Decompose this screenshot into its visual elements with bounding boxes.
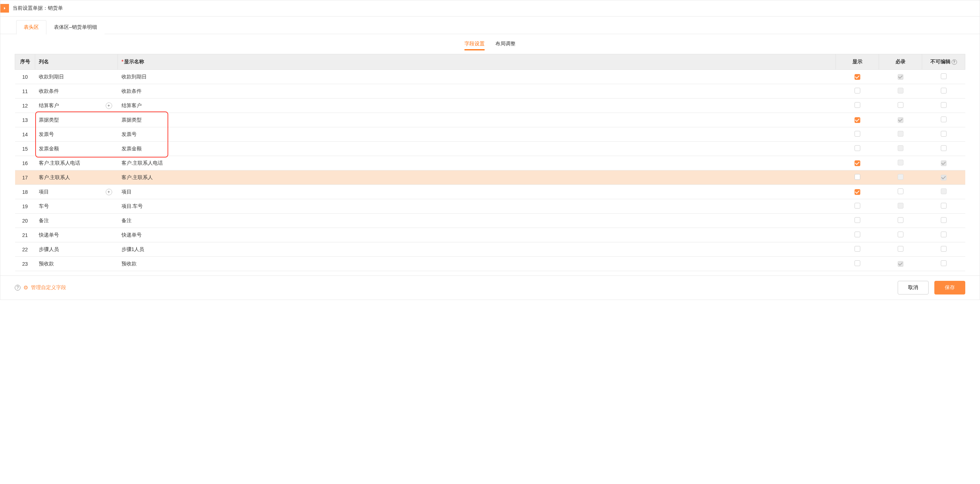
checkbox-locked[interactable]: [941, 73, 947, 79]
checkbox-locked[interactable]: [941, 232, 947, 237]
checkbox-locked: [941, 175, 947, 180]
checkbox-show[interactable]: [854, 145, 860, 151]
table-row: 17客户.主联系人客户.主联系人: [15, 170, 965, 185]
checkbox-required[interactable]: [898, 246, 904, 252]
table-row: 20备注备注: [15, 213, 965, 228]
cell-display-name[interactable]: 发票号: [118, 127, 836, 142]
cell-required: [879, 127, 922, 142]
cell-name: 步骤人员: [35, 242, 118, 257]
cell-locked: [922, 199, 965, 213]
cell-show: [836, 113, 879, 127]
tab-1[interactable]: 表体区–销货单明细: [46, 20, 105, 34]
table-row: 16客户.主联系人电话客户.主联系人电话: [15, 156, 965, 170]
table-row: 18项目+项目: [15, 185, 965, 199]
cell-required: [879, 199, 922, 213]
cell-seq: 16: [15, 156, 35, 170]
cell-name: 预收款: [35, 257, 118, 271]
cell-required: [879, 99, 922, 113]
cell-locked: [922, 70, 965, 84]
field-name-label: 发票号: [39, 131, 54, 138]
cell-required: [879, 257, 922, 271]
cell-seq: 15: [15, 142, 35, 156]
cell-display-name[interactable]: 收款条件: [118, 84, 836, 99]
settings-panel: 当前设置单据：销货单 表头区表体区–销货单明细 字段设置布局调整 序号 列名 *…: [0, 0, 980, 300]
cell-display-name[interactable]: 客户.主联系人: [118, 170, 836, 185]
checkbox-show[interactable]: [854, 189, 860, 195]
field-name-label: 备注: [39, 218, 49, 224]
checkbox-show[interactable]: [854, 260, 860, 266]
footer: ? ⚙ 管理自定义字段 取消 保存: [0, 275, 980, 299]
cell-locked: [922, 156, 965, 170]
checkbox-required[interactable]: [898, 188, 904, 194]
checkbox-required: [898, 88, 904, 94]
table-row: 12结算客户+结算客户: [15, 99, 965, 113]
cell-display-name[interactable]: 收款到期日: [118, 70, 836, 84]
cell-required: [879, 84, 922, 99]
footer-right: 取消 保存: [898, 281, 965, 295]
checkbox-show[interactable]: [854, 102, 860, 108]
plus-icon[interactable]: +: [106, 102, 112, 109]
checkbox-required[interactable]: [898, 232, 904, 237]
cell-name: 发票金额: [35, 142, 118, 156]
checkbox-locked[interactable]: [941, 88, 947, 94]
cell-display-name[interactable]: 发票金额: [118, 142, 836, 156]
checkbox-locked[interactable]: [941, 217, 947, 223]
checkbox-locked[interactable]: [941, 116, 947, 122]
field-name-label: 快递单号: [39, 232, 59, 239]
cell-name: 票据类型: [35, 113, 118, 127]
field-name-label: 结算客户: [39, 102, 59, 109]
cell-name: 备注: [35, 213, 118, 228]
checkbox-show[interactable]: [854, 117, 860, 123]
cell-display-name[interactable]: 票据类型: [118, 113, 836, 127]
checkbox-required[interactable]: [898, 217, 904, 223]
cell-display-name[interactable]: 结算客户: [118, 99, 836, 113]
cell-display-name[interactable]: 步骤1人员: [118, 242, 836, 257]
table-container: 序号 列名 *显示名称 显示 必录 不可编辑? 10收款到期日收款到期日11收款…: [0, 54, 980, 271]
cell-seq: 20: [15, 213, 35, 228]
checkbox-required[interactable]: [898, 102, 904, 108]
sub-tab-1[interactable]: 布局调整: [495, 41, 515, 50]
cell-locked: [922, 113, 965, 127]
tab-bar: 表头区表体区–销货单明细: [0, 20, 980, 34]
checkbox-locked[interactable]: [941, 131, 947, 137]
cell-display-name[interactable]: 备注: [118, 213, 836, 228]
checkbox-show[interactable]: [854, 174, 860, 180]
manage-custom-fields-link[interactable]: 管理自定义字段: [31, 285, 66, 291]
checkbox-show[interactable]: [854, 74, 860, 80]
checkbox-show[interactable]: [854, 88, 860, 94]
th-seq: 序号: [15, 54, 35, 70]
checkbox-show[interactable]: [854, 203, 860, 209]
cell-display-name[interactable]: 客户.主联系人电话: [118, 156, 836, 170]
field-name-label: 车号: [39, 203, 49, 210]
cell-display-name[interactable]: 预收款: [118, 257, 836, 271]
tab-0[interactable]: 表头区: [16, 20, 46, 35]
checkbox-locked[interactable]: [941, 246, 947, 252]
cell-display-name[interactable]: 项目: [118, 185, 836, 199]
save-button[interactable]: 保存: [934, 281, 965, 295]
help-icon[interactable]: ?: [951, 59, 957, 65]
checkbox-show[interactable]: [854, 246, 860, 252]
cell-display-name[interactable]: 项目.车号: [118, 199, 836, 213]
expand-toggle[interactable]: [0, 4, 9, 13]
cell-name: 结算客户+: [35, 99, 118, 113]
cancel-button[interactable]: 取消: [898, 281, 929, 295]
checkbox-locked[interactable]: [941, 145, 947, 151]
checkbox-show[interactable]: [854, 160, 860, 166]
cell-seq: 18: [15, 185, 35, 199]
checkbox-locked[interactable]: [941, 260, 947, 266]
cell-show: [836, 242, 879, 257]
question-icon[interactable]: ?: [15, 285, 21, 291]
checkbox-show[interactable]: [854, 131, 860, 137]
cell-seq: 14: [15, 127, 35, 142]
cell-show: [836, 127, 879, 142]
checkbox-show[interactable]: [854, 217, 860, 223]
cell-required: [879, 242, 922, 257]
checkbox-locked[interactable]: [941, 102, 947, 108]
plus-icon[interactable]: +: [106, 189, 112, 195]
checkbox-locked[interactable]: [941, 203, 947, 209]
field-name-label: 收款条件: [39, 88, 59, 95]
sub-tab-0[interactable]: 字段设置: [465, 41, 485, 50]
checkbox-show[interactable]: [854, 232, 860, 237]
cell-display-name[interactable]: 快递单号: [118, 228, 836, 242]
field-name-label: 客户.主联系人: [39, 174, 70, 181]
